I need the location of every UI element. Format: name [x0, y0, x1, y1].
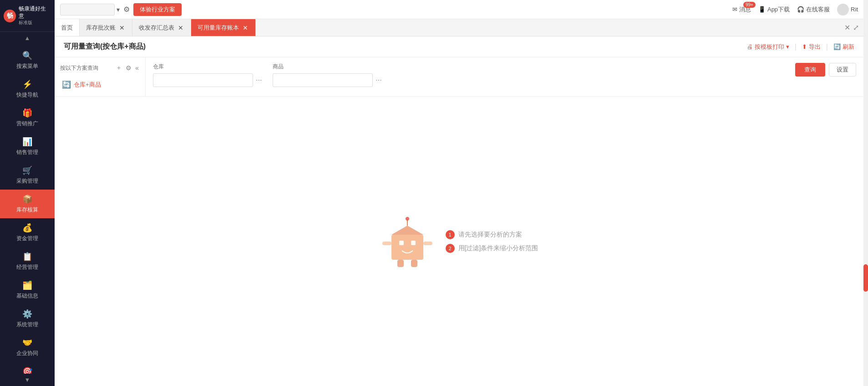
sidebar-item-label: 资金管理 [16, 235, 38, 242]
refresh-button[interactable]: 🔄 刷新 [833, 43, 854, 51]
message-action[interactable]: ✉ 消息 99+ [732, 5, 751, 14]
svg-marker-1 [391, 226, 423, 235]
sidebar-item-operations[interactable]: 📋 经营管理 [0, 247, 55, 276]
scheme-panel-actions: ＋ ⚙ « [115, 63, 140, 73]
tab-home-label: 首页 [61, 24, 73, 32]
scheme-item-warehouse-goods[interactable]: 🔄 仓库+商品 [55, 77, 145, 93]
goods-filter-input[interactable] [273, 73, 373, 87]
sidebar-item-sales[interactable]: 📊 销售管理 [0, 132, 55, 161]
empty-state: 1 请先选择要分析的方案 2 用[过滤]条件来缩小分析范围 [55, 97, 863, 386]
sidebar-item-label: 库存核算 [16, 206, 38, 214]
hint-num-2: 2 [446, 244, 455, 253]
finance-icon: 💰 [22, 223, 32, 233]
hint-num-1: 1 [446, 230, 455, 239]
refresh-label: 刷新 [843, 43, 854, 51]
search-icon: 🔍 [22, 51, 32, 61]
page-title: 可用量查询(按仓库+商品) [64, 42, 146, 51]
tab-batch[interactable]: 库存批次账 ✕ [80, 19, 132, 36]
trial-button[interactable]: 体验行业方案 [133, 3, 182, 16]
tab-batch-label: 库存批次账 [86, 24, 116, 32]
username-label: Rit [851, 6, 858, 13]
message-badge: 99+ [743, 2, 756, 8]
search-input[interactable] [60, 4, 115, 15]
sidebar-item-label: 销售管理 [16, 149, 38, 156]
warehouse-more-button[interactable]: ··· [256, 76, 262, 84]
sidebar-item-label: 经营管理 [16, 263, 38, 271]
sidebar-item-cooperation[interactable]: 🤝 企业协同 [0, 333, 55, 362]
inventory-icon: 📦 [22, 194, 32, 204]
dropdown-button[interactable]: ▾ [117, 6, 120, 13]
sidebar-item-marketing[interactable]: 🎁 营销推广 [0, 103, 55, 132]
sidebar-item-search[interactable]: 🔍 搜索菜单 [0, 46, 55, 75]
warehouse-filter-input[interactable] [153, 73, 253, 87]
tab-available-close[interactable]: ✕ [242, 24, 249, 31]
settings-button[interactable]: 设置 [829, 63, 856, 77]
sales-icon: 📊 [22, 137, 32, 147]
goods-more-button[interactable]: ··· [376, 76, 381, 84]
scrollbar-thumb[interactable] [863, 264, 868, 292]
tab-summary[interactable]: 收发存汇总表 ✕ [132, 19, 191, 36]
divider: | [795, 43, 797, 51]
empty-hint-2: 2 用[过滤]条件来缩小分析范围 [446, 244, 538, 253]
goods-filter-label: 商品 [273, 63, 381, 71]
warehouse-filter-label: 仓库 [153, 63, 262, 71]
scheme-edit-button[interactable]: ⚙ [125, 63, 132, 73]
chevron-down-icon: ▾ [786, 43, 789, 50]
sidebar-item-newbie[interactable]: 🎯 新手引导 [0, 362, 55, 374]
print-icon: 🖨 [747, 43, 753, 50]
warehouse-goods-icon: 🔄 [62, 80, 71, 89]
template-print-button[interactable]: 🖨 按模板打印 ▾ [747, 43, 789, 51]
page-header-actions: 🖨 按模板打印 ▾ | ⬆ 导出 | 🔄 刷新 [747, 43, 854, 51]
close-all-button[interactable]: ✕ [844, 23, 850, 32]
scheme-collapse-button[interactable]: « [134, 63, 140, 73]
sidebar-item-purchase[interactable]: 🛒 采购管理 [0, 161, 55, 190]
right-scrollbar[interactable] [863, 0, 868, 386]
newbie-icon: 🎯 [22, 366, 32, 374]
tab-available[interactable]: 可用量库存账本 ✕ [191, 19, 256, 36]
template-print-label: 按模板打印 [755, 43, 784, 51]
export-button[interactable]: ⬆ 导出 [802, 43, 821, 51]
query-area: 按以下方案查询 ＋ ⚙ « 🔄 仓库+商品 仓 [55, 57, 863, 97]
online-service-action[interactable]: 🎧 在线客服 [797, 5, 830, 14]
app-logo: 畅 畅康通好生意 标准版 [4, 5, 51, 26]
basic-icon: 🗂️ [22, 280, 32, 290]
scheme-panel: 按以下方案查询 ＋ ⚙ « 🔄 仓库+商品 [55, 57, 146, 96]
app-download-action[interactable]: 📱 App下载 [758, 5, 790, 14]
empty-hint-1: 1 请先选择要分析的方案 [446, 230, 538, 239]
online-service-label: 在线客服 [806, 5, 830, 14]
sidebar-item-inventory[interactable]: 📦 库存核算 [0, 190, 55, 218]
purchase-icon: 🛒 [22, 165, 32, 175]
sidebar-item-system[interactable]: ⚙️ 系统管理 [0, 304, 55, 333]
sidebar-item-label: 快捷导航 [16, 91, 38, 99]
scheme-item-label: 仓库+商品 [74, 81, 101, 89]
expand-button[interactable]: ⤢ [853, 23, 859, 32]
scheme-add-button[interactable]: ＋ [115, 63, 123, 73]
tab-summary-close[interactable]: ✕ [177, 24, 184, 31]
empty-svg [380, 214, 435, 269]
user-info[interactable]: Rit [837, 4, 858, 15]
scheme-panel-title: 按以下方案查询 [60, 64, 98, 72]
sidebar: 畅 畅康通好生意 标准版 ▲ 🔍 搜索菜单 ⚡ 快捷导航 🎁 营销推广 [0, 0, 55, 386]
svg-rect-3 [411, 241, 416, 245]
system-icon: ⚙️ [22, 309, 32, 319]
empty-text: 1 请先选择要分析的方案 2 用[过滤]条件来缩小分析范围 [446, 230, 538, 253]
gear-button[interactable]: ⚙ [123, 5, 130, 14]
scroll-up-btn[interactable]: ▲ [0, 32, 55, 44]
sidebar-item-label: 采购管理 [16, 177, 38, 185]
export-label: 导出 [809, 43, 821, 51]
tab-batch-close[interactable]: ✕ [118, 24, 126, 31]
tab-home[interactable]: 首页 [55, 19, 80, 36]
svg-rect-0 [391, 235, 423, 260]
sidebar-item-label: 搜索菜单 [16, 62, 38, 70]
tab-summary-label: 收发存汇总表 [139, 24, 174, 32]
tabbar: 首页 库存批次账 ✕ 收发存汇总表 ✕ 可用量库存账本 ✕ ✕ ⤢ [55, 19, 863, 36]
query-button[interactable]: 查询 [795, 63, 825, 77]
topbar: ▾ ⚙ 体验行业方案 ✉ 消息 99+ 📱 App下载 🎧 在线客服 [55, 0, 863, 19]
scroll-down-btn[interactable]: ▼ [0, 374, 55, 386]
sidebar-item-label: 营销推广 [16, 120, 38, 128]
refresh-icon: 🔄 [833, 43, 841, 50]
svg-rect-2 [399, 241, 404, 245]
sidebar-item-basic[interactable]: 🗂️ 基础信息 [0, 276, 55, 304]
sidebar-item-shortcut[interactable]: ⚡ 快捷导航 [0, 75, 55, 103]
sidebar-item-finance[interactable]: 💰 资金管理 [0, 218, 55, 247]
